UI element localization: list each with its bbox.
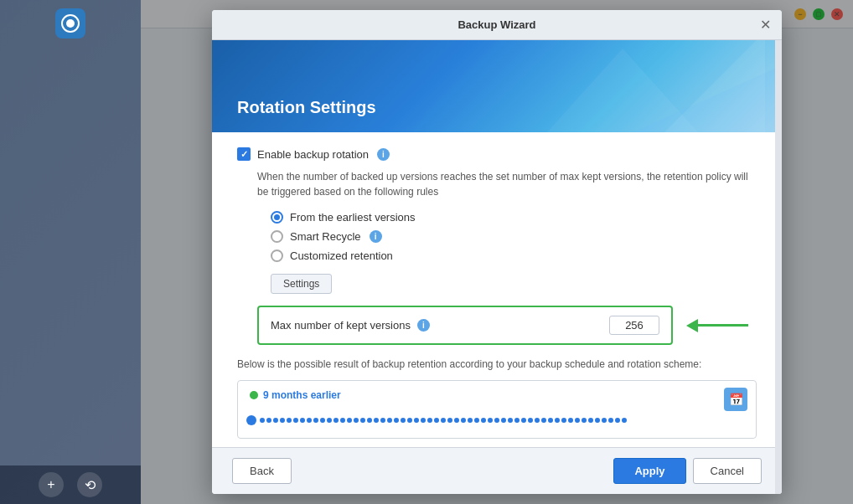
enable-backup-rotation-label: Enable backup rotation — [257, 148, 369, 161]
enable-info-icon[interactable]: i — [377, 148, 390, 161]
timeline-dot-item — [354, 418, 359, 423]
radio-customized-retention-row: Customized retention — [271, 249, 757, 262]
max-versions-info-icon[interactable]: i — [417, 319, 430, 332]
timeline-dot-item — [287, 418, 292, 423]
dialog-titlebar: Backup Wizard ✕ — [212, 10, 782, 40]
radio-smart-recycle[interactable] — [271, 230, 283, 243]
back-button[interactable]: Back — [232, 458, 292, 484]
timeline-dot-item — [582, 418, 587, 423]
arrow-indicator — [686, 319, 748, 332]
cancel-button[interactable]: Cancel — [693, 458, 762, 484]
timeline-dot-item — [595, 418, 600, 423]
timeline-dot-item — [568, 418, 573, 423]
timeline-dot-item — [535, 418, 540, 423]
radio-customized-retention-label: Customized retention — [290, 249, 393, 262]
timeline-dot-item — [561, 418, 566, 423]
radio-customized-retention[interactable] — [271, 249, 283, 262]
backup-wizard-dialog: Backup Wizard ✕ Rotation Settings — [212, 10, 782, 494]
timeline-track — [246, 414, 747, 426]
max-versions-label: Max number of kept versions i — [271, 319, 430, 332]
timeline-dot-item — [280, 418, 285, 423]
radio-group: From the earliest versions Smart Recycle… — [271, 211, 757, 262]
enable-backup-rotation-checkbox[interactable]: ✓ — [237, 147, 251, 161]
timeline-dot-item — [300, 418, 305, 423]
check-mark: ✓ — [240, 149, 248, 160]
dialog-footer: Back Apply Cancel — [212, 447, 782, 494]
calendar-icon[interactable]: 📅 — [724, 388, 747, 411]
timeline-dot-item — [488, 418, 493, 423]
enable-backup-rotation-row: ✓ Enable backup rotation i — [237, 147, 757, 161]
timeline-container: 9 months earlier 📅 — [237, 380, 757, 439]
rotation-description: When the number of backed up versions re… — [257, 169, 757, 199]
window-chrome: Backup Wizard − □ ✕ Backup Wizard ✕ — [141, 0, 853, 504]
timeline-dot-item — [441, 418, 446, 423]
timeline-dot-item — [508, 418, 513, 423]
timeline-dot-item — [447, 418, 452, 423]
timeline-dot-item — [273, 418, 278, 423]
timeline-dot-item — [541, 418, 546, 423]
history-button[interactable]: ⟲ — [77, 472, 102, 497]
taskbar-left: + ⟲ — [0, 0, 141, 504]
dialog-overlay: Backup Wizard ✕ Rotation Settings — [141, 0, 853, 504]
timeline-dot-item — [548, 418, 553, 423]
scrollbar[interactable] — [775, 40, 782, 494]
timeline-dot-item — [588, 418, 593, 423]
timeline-dot-item — [434, 418, 439, 423]
footer-left: Back — [232, 458, 292, 484]
max-versions-box: Max number of kept versions i — [257, 306, 673, 345]
timeline-dot-item — [320, 418, 325, 423]
timeline-dot-item — [401, 418, 406, 423]
timeline-dots-row — [260, 418, 747, 423]
apply-button[interactable]: Apply — [613, 458, 685, 484]
timeline-dot-item — [380, 418, 385, 423]
timeline-dot-item — [481, 418, 486, 423]
timeline-dot-item — [293, 418, 298, 423]
timeline-dot-item — [307, 418, 312, 423]
timeline-dot-item — [313, 418, 318, 423]
timeline-label-text: 9 months earlier — [263, 389, 341, 401]
taskbar-bottom: + ⟲ — [0, 465, 141, 504]
settings-button-row: Settings — [271, 274, 757, 294]
timeline-dot-item — [514, 418, 520, 423]
timeline-dot — [250, 391, 258, 399]
radio-from-earliest-row: From the earliest versions — [271, 211, 757, 224]
timeline-dot-item — [414, 418, 419, 423]
radio-from-earliest-label: From the earliest versions — [290, 211, 416, 224]
timeline-dot-item — [340, 418, 345, 423]
timeline-dot-item — [394, 418, 399, 423]
settings-button[interactable]: Settings — [271, 274, 332, 294]
add-button[interactable]: + — [39, 472, 64, 497]
max-versions-input[interactable] — [609, 316, 659, 335]
timeline-dot-item — [468, 418, 473, 423]
timeline-dot-item — [501, 418, 506, 423]
dialog-content: ✓ Enable backup rotation i When the numb… — [212, 132, 782, 447]
timeline-dot-item — [608, 418, 613, 423]
dialog-title: Backup Wizard — [458, 18, 535, 31]
app-icon — [55, 8, 85, 39]
timeline-dot-item — [602, 418, 607, 423]
dialog-close-button[interactable]: ✕ — [757, 17, 773, 33]
arrow-line — [698, 324, 748, 327]
dialog-banner: Rotation Settings — [212, 40, 782, 132]
timeline-dot-item — [421, 418, 426, 423]
timeline-dot-item — [266, 418, 271, 423]
timeline-dot-item — [575, 418, 580, 423]
radio-from-earliest[interactable] — [271, 211, 283, 224]
timeline-label: 9 months earlier — [250, 389, 341, 401]
smart-recycle-info-icon[interactable]: i — [370, 230, 382, 243]
timeline-dot-item — [387, 418, 392, 423]
timeline-dot-item — [474, 418, 479, 423]
timeline-dot-item — [360, 418, 365, 423]
timeline-dot-item — [615, 418, 620, 423]
svg-point-1 — [66, 19, 75, 28]
timeline-dot-item — [367, 418, 372, 423]
banner-title: Rotation Settings — [237, 98, 376, 117]
timeline-dot-item — [427, 418, 432, 423]
timeline-dot-item — [260, 418, 265, 423]
arrow-head — [686, 319, 698, 332]
below-text: Below is the possible result of backup r… — [237, 357, 757, 372]
timeline-dot-item — [333, 418, 339, 423]
radio-smart-recycle-label: Smart Recycle — [290, 230, 361, 243]
timeline-dot-item — [521, 418, 526, 423]
timeline-dot-item — [555, 418, 560, 423]
